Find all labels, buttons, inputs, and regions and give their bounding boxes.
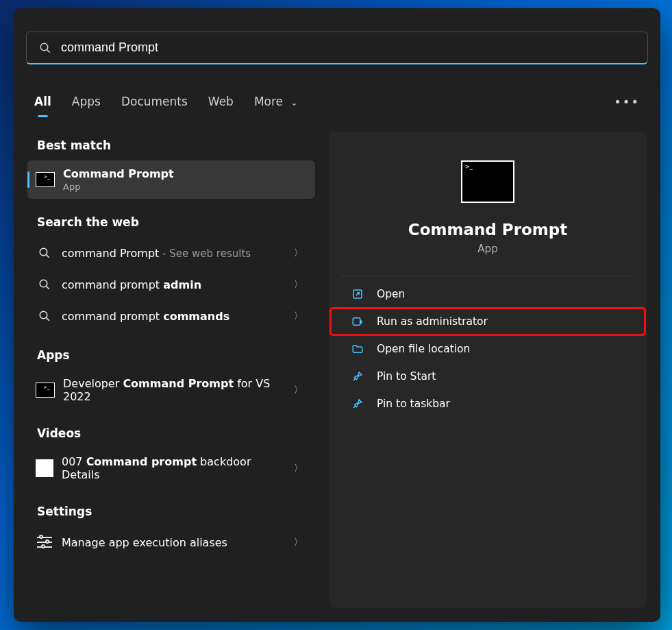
svg-line-1: [47, 49, 50, 52]
section-videos: Videos: [27, 410, 315, 448]
chevron-down-icon: ⌄: [290, 98, 297, 108]
result-title: Developer Command Prompt for VS 2022: [63, 377, 270, 403]
svg-point-6: [40, 311, 47, 319]
svg-line-3: [47, 255, 49, 258]
result-title: command Prompt - See web results: [62, 247, 251, 260]
web-result-1[interactable]: command prompt admin 〉: [27, 269, 315, 300]
tab-web[interactable]: Web: [208, 95, 234, 108]
svg-rect-9: [353, 318, 360, 326]
search-icon: [36, 307, 53, 325]
chevron-right-icon: 〉: [290, 310, 307, 322]
chevron-right-icon: 〉: [290, 462, 307, 474]
tab-more[interactable]: More ⌄: [254, 95, 298, 108]
settings-result-0[interactable]: Manage app execution aliases 〉: [27, 526, 315, 558]
svg-point-4: [40, 280, 47, 287]
start-search-panel: All Apps Documents Web More ⌄ ••• Best m…: [14, 8, 660, 622]
preview-subtitle: App: [329, 243, 647, 255]
pin-icon: [351, 397, 364, 411]
tab-all[interactable]: All: [34, 95, 51, 108]
search-icon: [36, 276, 53, 293]
preview-title: Command Prompt: [329, 221, 647, 239]
options-menu-button[interactable]: •••: [614, 95, 640, 109]
result-best-match[interactable]: Command Prompt App: [27, 160, 315, 199]
svg-line-7: [47, 318, 49, 321]
section-apps: Apps: [27, 332, 315, 370]
chevron-right-icon: 〉: [290, 247, 307, 259]
action-label: Pin to Start: [377, 370, 436, 383]
web-result-2[interactable]: command prompt commands 〉: [27, 300, 315, 332]
result-title: command prompt commands: [62, 310, 229, 323]
shield-icon: [351, 315, 364, 328]
action-label: Open: [377, 288, 405, 300]
section-settings: Settings: [27, 488, 315, 526]
action-label: Open file location: [377, 343, 470, 355]
chevron-right-icon: 〉: [290, 384, 307, 396]
result-title: 007 Command prompt backdoor Details: [62, 455, 251, 481]
tab-more-label: More: [254, 95, 283, 108]
filter-tabs: All Apps Documents Web More ⌄ •••: [34, 88, 640, 115]
result-title: Manage app execution aliases: [62, 536, 227, 549]
command-prompt-icon: [36, 383, 55, 398]
search-input[interactable]: [51, 40, 635, 55]
command-prompt-icon: [461, 160, 514, 203]
divider: [341, 276, 634, 276]
svg-point-0: [40, 43, 48, 51]
tab-documents[interactable]: Documents: [121, 95, 188, 108]
app-result-0[interactable]: Developer Command Prompt for VS 2022 〉: [27, 370, 315, 410]
search-bar[interactable]: [26, 32, 648, 64]
result-title: command prompt admin: [62, 278, 201, 291]
action-pin-to-taskbar[interactable]: Pin to taskbar: [330, 390, 645, 417]
search-icon: [36, 244, 53, 262]
folder-icon: [351, 342, 364, 356]
action-pin-to-start[interactable]: Pin to Start: [330, 363, 645, 390]
section-best-match: Best match: [27, 132, 315, 160]
action-run-as-admin[interactable]: Run as administrator: [330, 308, 645, 335]
result-title: Command Prompt: [63, 167, 307, 180]
pin-icon: [351, 369, 364, 383]
svg-point-2: [40, 248, 47, 256]
chevron-right-icon: 〉: [290, 278, 307, 291]
action-label: Pin to taskbar: [377, 398, 450, 410]
result-subtitle: App: [63, 182, 307, 192]
sliders-icon: [36, 533, 53, 551]
action-label: Run as administrator: [377, 315, 488, 328]
video-thumbnail-icon: [36, 459, 53, 477]
chevron-right-icon: 〉: [290, 536, 307, 548]
results-list: Best match Command Prompt App Search the…: [27, 132, 315, 608]
action-open[interactable]: Open: [330, 280, 645, 308]
tab-apps[interactable]: Apps: [72, 95, 101, 108]
open-icon: [351, 287, 364, 301]
video-result-0[interactable]: 007 Command prompt backdoor Details 〉: [27, 448, 315, 488]
svg-line-5: [47, 287, 49, 289]
web-result-0[interactable]: command Prompt - See web results 〉: [27, 237, 315, 269]
command-prompt-icon: [36, 172, 55, 187]
search-icon: [39, 42, 51, 54]
section-web: Search the web: [27, 199, 315, 237]
action-open-file-location[interactable]: Open file location: [330, 335, 645, 363]
preview-panel: Command Prompt App Open Run as administr…: [329, 132, 647, 608]
